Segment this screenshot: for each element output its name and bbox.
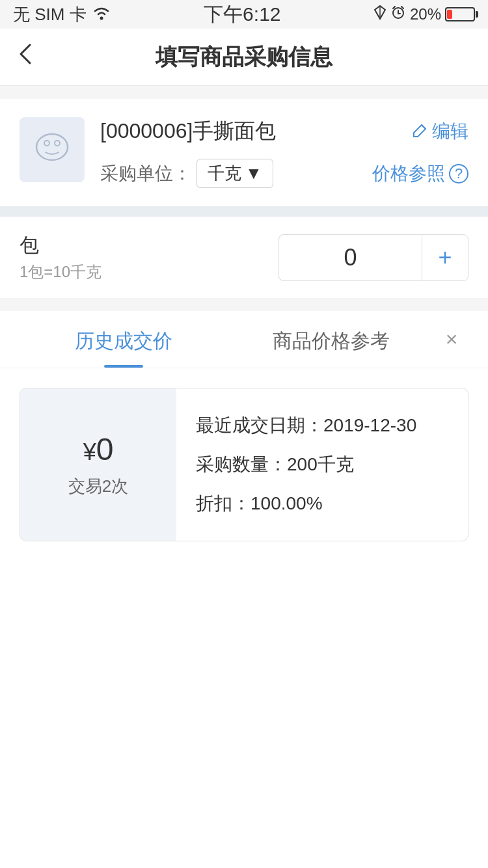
tab-content: ¥0 交易2次 最近成交日期：2019-12-30 采购数量：200千克 折扣：… [0, 368, 488, 561]
purchase-qty-row: 采购数量：200千克 [196, 451, 448, 478]
history-price: ¥0 [83, 431, 114, 467]
bottom-space [0, 561, 488, 868]
quantity-input-block: + [278, 234, 468, 281]
history-trades: 交易2次 [68, 475, 128, 498]
product-info: [0000006]手撕面包 编辑 采购单位： 千克 ▼ 价格参照 ? [100, 117, 468, 188]
discount-label: 折扣： [196, 493, 251, 513]
page-title: 填写商品采购信息 [156, 42, 332, 72]
location-icon [373, 5, 386, 24]
back-button[interactable] [18, 42, 33, 72]
recent-date-row: 最近成交日期：2019-12-30 [196, 412, 448, 439]
unit-value: 千克 [208, 162, 241, 185]
history-card: ¥0 交易2次 最近成交日期：2019-12-30 采购数量：200千克 折扣：… [20, 388, 468, 541]
tabs-section: 历史成交价 商品价格参考 × ¥0 交易2次 最近成交日期：2019-12-30… [0, 311, 488, 561]
tabs-header: 历史成交价 商品价格参考 × [0, 311, 488, 368]
price-value: 0 [96, 432, 114, 467]
battery-fill [447, 10, 452, 19]
recent-date-value: 2019-12-30 [323, 415, 416, 435]
help-icon: ? [449, 164, 468, 183]
price-ref-label: 价格参照 [372, 161, 445, 186]
svg-point-3 [44, 141, 49, 146]
discount-value: 100.00% [251, 493, 323, 513]
wifi-icon [92, 5, 111, 25]
quantity-row: 包 1包=10千克 + [0, 217, 488, 298]
svg-point-0 [100, 16, 103, 20]
quantity-unit: 包 [20, 232, 102, 259]
purchase-qty-label: 采购数量： [196, 454, 287, 474]
status-right: 20% [373, 5, 475, 24]
svg-point-4 [55, 141, 60, 146]
status-left: 无 SIM 卡 [13, 3, 111, 26]
tab-price-reference[interactable]: 商品价格参考 [227, 311, 435, 368]
quantity-input[interactable] [278, 234, 422, 281]
purchase-unit-label: 采购单位： [100, 161, 191, 186]
edit-label: 编辑 [432, 119, 468, 144]
product-name: [0000006]手撕面包 [100, 117, 276, 146]
history-card-right: 最近成交日期：2019-12-30 采购数量：200千克 折扣：100.00% [176, 388, 468, 541]
price-symbol: ¥ [83, 439, 96, 465]
status-bar: 无 SIM 卡 下午6:12 20% [0, 0, 488, 29]
product-thumb-icon [33, 128, 72, 172]
quantity-plus-button[interactable]: + [422, 234, 468, 281]
price-ref-button[interactable]: 价格参照 ? [372, 161, 468, 186]
discount-row: 折扣：100.00% [196, 490, 448, 517]
quantity-label-block: 包 1包=10千克 [20, 232, 102, 282]
unit-dropdown-arrow: ▼ [245, 163, 262, 183]
product-card: [0000006]手撕面包 编辑 采购单位： 千克 ▼ 价格参照 ? [0, 99, 488, 206]
tab-history-price[interactable]: 历史成交价 [20, 311, 227, 368]
product-top-row: [0000006]手撕面包 编辑 [100, 117, 468, 146]
edit-icon [411, 122, 429, 141]
tabs-close-button[interactable]: × [435, 323, 468, 357]
alarm-icon [390, 5, 406, 24]
battery-percent: 20% [410, 5, 441, 23]
recent-date-label: 最近成交日期： [196, 415, 323, 435]
svg-point-2 [36, 134, 68, 160]
purchase-qty-value: 200千克 [287, 454, 354, 474]
section-divider [0, 206, 488, 217]
nav-bar: 填写商品采购信息 [0, 29, 488, 86]
battery-icon [445, 7, 475, 21]
history-card-left: ¥0 交易2次 [20, 388, 176, 541]
edit-button[interactable]: 编辑 [411, 119, 468, 144]
quantity-conversion: 1包=10千克 [20, 262, 102, 282]
product-thumbnail [20, 117, 85, 182]
status-time: 下午6:12 [204, 1, 280, 28]
carrier-text: 无 SIM 卡 [13, 3, 87, 26]
unit-select[interactable]: 千克 ▼ [197, 159, 273, 188]
purchase-unit-row: 采购单位： 千克 ▼ 价格参照 ? [100, 159, 468, 188]
